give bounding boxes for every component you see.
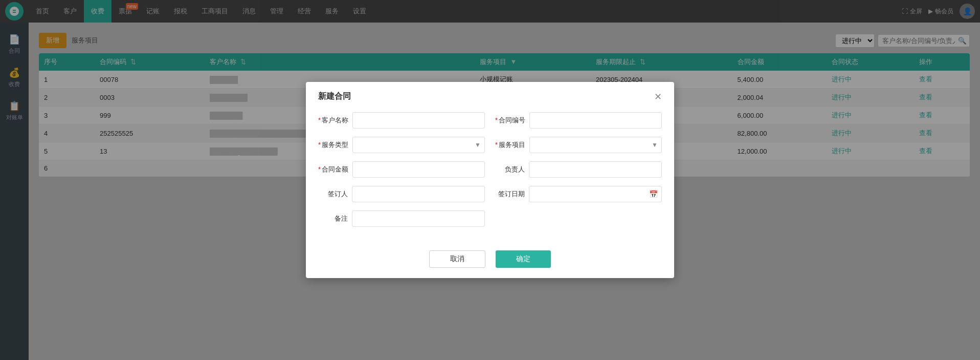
remark-label: 备注 <box>318 214 348 223</box>
signer-input[interactable] <box>352 186 485 202</box>
form-group-service-type: *服务类型 ▼ <box>318 137 485 153</box>
date-input-wrapper: 2023-06-06 📅 <box>529 186 662 202</box>
service-type-select[interactable] <box>352 137 485 153</box>
modal-overlay[interactable]: 新建合同 ✕ *客户名称 *合同编号 <box>0 0 980 360</box>
modal-header: 新建合同 ✕ <box>306 82 674 107</box>
remark-input[interactable] <box>352 210 485 227</box>
form-row-4: 签订人 签订日期 2023-06-06 📅 <box>318 186 662 202</box>
form-row-3: *合同金额 0.00 负责人 <box>318 161 662 178</box>
service-type-wrapper: ▼ <box>352 137 485 153</box>
required-star-3: * <box>318 141 321 149</box>
new-contract-modal: 新建合同 ✕ *客户名称 *合同编号 <box>306 82 674 278</box>
contract-amount-input[interactable]: 0.00 <box>352 161 485 178</box>
form-group-contract-no: *合同编号 <box>495 112 662 129</box>
customer-name-label: *客户名称 <box>318 116 348 125</box>
required-star-2: * <box>495 116 498 124</box>
sign-date-label: 签订日期 <box>495 189 525 199</box>
customer-name-input[interactable] <box>352 112 485 129</box>
form-group-remark: 备注 <box>318 210 485 227</box>
required-star-1: * <box>318 116 321 124</box>
form-group-sign-date: 签订日期 2023-06-06 📅 <box>495 186 662 202</box>
signer-label: 签订人 <box>318 189 348 199</box>
form-group-signer: 签订人 <box>318 186 485 202</box>
form-group-responsible: 负责人 <box>495 161 662 178</box>
confirm-button[interactable]: 确定 <box>496 250 551 268</box>
modal-footer: 取消 确定 <box>306 245 674 278</box>
form-group-customer-name: *客户名称 <box>318 112 485 129</box>
service-item-wrapper: ▼ <box>529 137 662 153</box>
required-star-4: * <box>495 141 498 149</box>
form-group-amount: *合同金额 0.00 <box>318 161 485 178</box>
service-item-select[interactable] <box>529 137 662 153</box>
form-row-2: *服务类型 ▼ *服务项目 <box>318 137 662 153</box>
service-type-label: *服务类型 <box>318 140 348 150</box>
contract-no-input[interactable] <box>529 112 662 129</box>
responsible-label: 负责人 <box>495 165 525 174</box>
form-group-service-item: *服务项目 ▼ <box>495 137 662 153</box>
modal-body: *客户名称 *合同编号 *服务类型 <box>306 107 674 245</box>
service-item-label: *服务项目 <box>495 140 525 150</box>
form-row-5: 备注 <box>318 210 662 227</box>
amount-label: *合同金额 <box>318 165 348 174</box>
responsible-input[interactable] <box>529 161 662 178</box>
contract-no-label: *合同编号 <box>495 116 525 125</box>
sign-date-input[interactable]: 2023-06-06 <box>529 186 662 202</box>
cancel-button[interactable]: 取消 <box>429 250 485 268</box>
form-row-1: *客户名称 *合同编号 <box>318 112 662 129</box>
modal-close-button[interactable]: ✕ <box>654 92 662 101</box>
required-star-5: * <box>318 165 321 173</box>
modal-title: 新建合同 <box>318 91 351 102</box>
